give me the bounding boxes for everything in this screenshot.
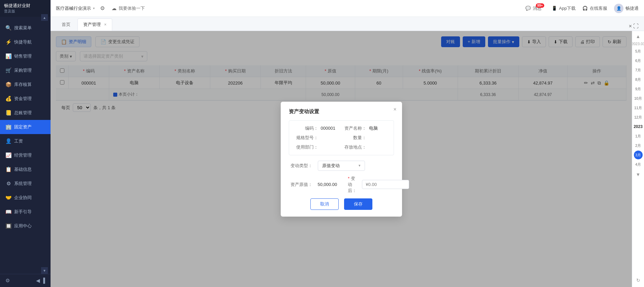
tab-close-icon[interactable]: × (104, 22, 106, 27)
dialog-change-type-row: 变动类型： 原值变动 ▾ (289, 161, 394, 171)
fixed-assets-icon: 🏢 (5, 124, 11, 130)
collapse-icon[interactable]: ◀ ▐ (36, 278, 45, 284)
fund-icon: 💰 (5, 96, 11, 102)
month-10[interactable]: 10月 (633, 94, 643, 103)
dialog-save-button[interactable]: 保存 (344, 198, 372, 210)
user-menu[interactable]: 👤 畅捷通 (614, 4, 639, 13)
service-button[interactable]: 🎧 在线客服 (582, 5, 607, 11)
tab-expand-icon[interactable]: × (629, 23, 632, 29)
month-1[interactable]: 1月 (633, 132, 643, 140)
operations-icon: 📈 (5, 152, 11, 158)
dialog-change-type-arrow: ▾ (359, 163, 361, 168)
search-icon: 🔍 (5, 25, 11, 31)
sidebar-item-ledger[interactable]: 📒 总账管理 (0, 106, 51, 120)
tab-asset-label: 资产管理 (83, 22, 101, 28)
dialog-change-type-label: 变动类型： (289, 163, 312, 169)
sidebar-item-search[interactable]: 🔍 搜索菜单 (0, 21, 51, 35)
tab-fullscreen-icon[interactable]: ⛶ (633, 23, 639, 29)
sidebar-bottom: ⚙ ◀ ▐ (0, 274, 51, 287)
sidebar-item-guide[interactable]: 📖 新手引导 (0, 205, 51, 219)
user-avatar: 👤 (614, 4, 623, 13)
sidebar-item-sales[interactable]: 📊 销售管理 (0, 49, 51, 63)
tab-home[interactable]: 首页 (56, 19, 76, 31)
purchase-icon: 🛒 (5, 67, 11, 73)
month-3-active[interactable]: 3月 (634, 151, 643, 159)
system-icon: ⚙ (5, 181, 11, 187)
sidebar-scroll-down[interactable]: ▼ (41, 267, 48, 274)
right-sidebar: ▲ 2023.03 5月 6月 7月 8月 9月 10月 11月 12月 202… (632, 31, 644, 287)
sidebar-item-apps[interactable]: 🔲 应用中心 (0, 219, 51, 233)
dialog-code-value: 000001 (321, 126, 340, 131)
sidebar-item-label: 总账管理 (14, 110, 32, 116)
dialog-qty-label: 数量： (343, 135, 366, 141)
sidebar-item-payroll[interactable]: 👤 工资 (0, 134, 51, 148)
month-2[interactable]: 2月 (633, 141, 643, 150)
dialog-change-type-value: 原值变动 (322, 163, 340, 169)
tab-asset-management[interactable]: 资产管理 × (78, 19, 112, 31)
tab-controls: × ⛶ (629, 23, 639, 31)
right-sidebar-scroll-down[interactable]: ▼ (636, 170, 641, 179)
sidebar-item-base[interactable]: 📋 基础信息 (0, 162, 51, 177)
dialog-close-button[interactable]: × (393, 106, 396, 113)
year-2023: 2023 (633, 122, 643, 131)
company-selector[interactable]: 医疗器械行业演示 ▾ (56, 5, 95, 11)
dialog-after-label: 变动后： (348, 176, 357, 193)
sidebar-item-label: 采购管理 (14, 67, 32, 73)
dialog-asset-original-label: 资产原值： (289, 182, 312, 188)
dialog-asset-original-value: 50,000.00 (318, 182, 337, 187)
sidebar-item-label: 快捷导航 (14, 39, 32, 45)
dialog-name-value: 电脑 (369, 125, 388, 131)
experience-button[interactable]: ☁ 我要体验一下 (112, 5, 145, 11)
service-icon: 🎧 (582, 6, 588, 11)
settings-icon[interactable]: ⚙ (5, 278, 10, 284)
sidebar: 畅捷通好业财 普及版 ▲ 🔍 搜索菜单 ⚡ 快捷导航 📊 销售管理 🛒 采购管理 (0, 0, 51, 287)
month-8[interactable]: 8月 (633, 75, 643, 84)
user-name: 畅捷通 (625, 5, 639, 11)
asset-management-main: 📋 资产明细 📄 变更生成凭证 对账 + 新增 (51, 31, 632, 287)
settings-gear-icon[interactable]: ⚙ (100, 5, 105, 11)
ledger-icon: 📒 (5, 110, 11, 116)
sidebar-item-inventory[interactable]: 📦 库存核算 (0, 77, 51, 92)
cloud-icon: ☁ (112, 5, 117, 11)
sidebar-item-fund[interactable]: 💰 资金管理 (0, 92, 51, 106)
sidebar-item-label: 新手引导 (14, 209, 32, 215)
month-9[interactable]: 9月 (633, 85, 643, 93)
dialog-change-type-select[interactable]: 原值变动 ▾ (318, 161, 365, 171)
month-7[interactable]: 7月 (633, 66, 643, 74)
payroll-icon: 👤 (5, 138, 11, 144)
sidebar-scroll-up[interactable]: ▲ (41, 14, 48, 21)
dialog-cancel-button[interactable]: 取消 (310, 198, 339, 210)
sales-icon: 📊 (5, 53, 11, 59)
dialog-location-label: 存放地点： (343, 144, 366, 150)
month-11[interactable]: 11月 (633, 103, 643, 112)
right-sidebar-scroll-up[interactable]: ▲ (636, 32, 641, 40)
right-sidebar-refresh-icon[interactable]: ↻ (636, 276, 640, 286)
topbar: 医疗器械行业演示 ▾ ⚙ ☁ 我要体验一下 💬 消息 99+ 📱 App下载 (51, 0, 644, 17)
dialog-name-label: 资产名称： (343, 125, 366, 131)
sidebar-item-label: 企业协同 (14, 195, 32, 201)
month-6[interactable]: 6月 (633, 56, 643, 65)
month-4[interactable]: 4月 (633, 160, 643, 169)
page-content: 📋 资产明细 📄 变更生成凭证 对账 + 新增 (51, 31, 644, 287)
app-download-button[interactable]: 📱 App下载 (552, 5, 576, 11)
base-icon: 📋 (5, 166, 11, 172)
nav-icon: ⚡ (5, 39, 11, 45)
message-button[interactable]: 💬 消息 99+ (525, 5, 542, 11)
dialog-row-spec-qty: 规格型号： 数量： (295, 135, 388, 141)
sidebar-item-label: 库存核算 (14, 82, 32, 88)
sidebar-item-system[interactable]: ⚙ 系统管理 (0, 177, 51, 191)
dialog-after-input[interactable] (362, 180, 409, 189)
sidebar-item-corp[interactable]: 🤝 企业协同 (0, 191, 51, 205)
asset-change-dialog: 资产变动设置 × 编码： 000001 资产名称： 电脑 规格型号： (281, 102, 402, 217)
sidebar-item-label: 搜索菜单 (14, 25, 32, 31)
app-download-icon: 📱 (552, 6, 557, 11)
dialog-info-section: 编码： 000001 资产名称： 电脑 规格型号： 数量： (289, 120, 394, 155)
sidebar-item-fixed-assets[interactable]: 🏢 固定资产 (0, 120, 51, 134)
month-5[interactable]: 5月 (633, 47, 643, 56)
dialog-code-label: 编码： (295, 125, 318, 131)
sidebar-item-nav[interactable]: ⚡ 快捷导航 (0, 35, 51, 49)
sidebar-item-operations[interactable]: 📈 经营管理 (0, 148, 51, 162)
month-12[interactable]: 12月 (633, 113, 643, 122)
dialog-row-dept-location: 使用部门： 存放地点： (295, 144, 388, 150)
sidebar-item-purchase[interactable]: 🛒 采购管理 (0, 63, 51, 77)
